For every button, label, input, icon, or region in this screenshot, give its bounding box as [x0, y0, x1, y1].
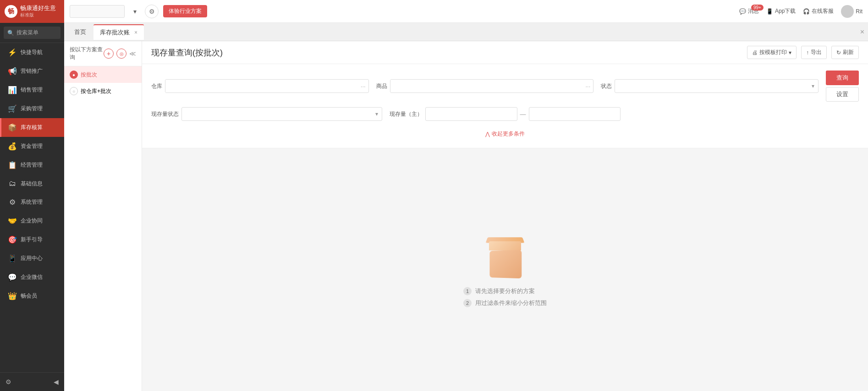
page-header: 现存量查询(按批次) 🖨 按模板打印 ▾ ↑ 导出 ↻ 刷新: [142, 41, 868, 64]
topbar-settings-button[interactable]: ⚙: [145, 5, 159, 18]
sidebar-item-system[interactable]: ⚙ 系统管理: [0, 193, 64, 212]
sidebar-item-purchase[interactable]: 🛒 采购管理: [0, 99, 64, 118]
query-button[interactable]: 查询: [826, 71, 859, 85]
sidebar-item-quick-nav[interactable]: ⚡ 快捷导航: [0, 43, 64, 62]
panel-collapse-button[interactable]: ≪: [129, 50, 136, 57]
wechat-icon: 💬: [8, 273, 17, 282]
sidebar-item-member[interactable]: 👑 畅会员: [0, 287, 64, 305]
tabbar: 首页 库存批次账 × ×: [64, 23, 868, 41]
settings-icon[interactable]: ⚙: [4, 376, 13, 387]
marketing-icon: 📢: [8, 67, 17, 76]
user-avatar: [841, 5, 854, 18]
message-icon: 💬: [739, 8, 746, 15]
app-download-button[interactable]: 📱 App下载: [766, 7, 796, 15]
finance-icon: 💰: [8, 142, 17, 151]
empty-illustration: [482, 232, 528, 278]
hint-text-2: 用过滤条件来缩小分析范围: [475, 299, 547, 307]
scheme-active-icon: ●: [70, 71, 78, 79]
empty-state: 1 请先选择要分析的方案 2 用过滤条件来缩小分析范围: [142, 148, 868, 391]
status-select[interactable]: ▾: [615, 79, 819, 93]
filter-warehouse: 仓库 ···: [151, 79, 369, 93]
refresh-label: 刷新: [843, 49, 854, 56]
sidebar-item-label: 企业微信: [21, 273, 43, 281]
scheme-item-by-batch[interactable]: ● 按批次: [64, 66, 142, 83]
scheme-label-by-batch: 按批次: [81, 71, 97, 79]
topbar-dropdown-button[interactable]: ▾: [129, 6, 140, 17]
stock-status-select[interactable]: ▾: [181, 107, 382, 121]
left-panel-header: 按以下方案查询 + ◎ ≪: [64, 41, 142, 66]
online-service-button[interactable]: 🎧 在线客服: [803, 7, 834, 15]
sidebar-item-label: 资金管理: [21, 142, 43, 150]
sidebar-item-enterprise-wechat[interactable]: 💬 企业微信: [0, 268, 64, 287]
stock-qty-from-input[interactable]: [425, 107, 517, 121]
messages-button[interactable]: 💬 消息 99+: [739, 7, 759, 15]
sidebar-item-operations[interactable]: 📋 经营管理: [0, 156, 64, 174]
topbar: ▾ ⚙ 体验行业方案 💬 消息 99+ 📱 App下载 🎧 在线客服 Rit: [64, 0, 868, 23]
app-title: 畅康通好生意: [20, 5, 56, 12]
user-menu-button[interactable]: Rit: [841, 5, 863, 18]
inventory-icon: 📦: [8, 123, 17, 132]
phone-icon: 📱: [766, 8, 773, 15]
trial-button[interactable]: 体验行业方案: [163, 5, 207, 17]
search-menu-button[interactable]: 🔍 搜索菜单: [4, 27, 60, 39]
scheme-label-by-warehouse-batch: 按仓库+批次: [81, 87, 111, 95]
collapse-sidebar-button[interactable]: ◀: [52, 376, 60, 387]
topbar-search-input[interactable]: [70, 5, 125, 18]
sidebar-item-marketing[interactable]: 📢 营销推广: [0, 62, 64, 81]
sales-icon: 📊: [8, 86, 17, 94]
quick-nav-icon: ⚡: [8, 48, 17, 57]
online-service-label: 在线客服: [812, 7, 834, 15]
tab-inventory-batch[interactable]: 库存批次账 ×: [93, 24, 144, 40]
product-dots-button[interactable]: ···: [583, 83, 593, 90]
stock-qty-to-input[interactable]: [529, 107, 621, 121]
sidebar-item-new-guide[interactable]: 🎯 新手引导: [0, 230, 64, 249]
sidebar-item-label: 采购管理: [21, 105, 43, 113]
sidebar-search-area: 🔍 搜索菜单: [0, 23, 64, 43]
tab-inventory-batch-label: 库存批次账: [100, 28, 130, 37]
hint-number-2: 2: [463, 299, 472, 307]
print-button[interactable]: 🖨 按模板打印 ▾: [747, 46, 797, 59]
add-scheme-button[interactable]: +: [104, 49, 114, 59]
sidebar-item-inventory[interactable]: 📦 库存核算: [0, 118, 64, 137]
app-download-label: App下载: [775, 7, 796, 15]
sidebar: 畅 畅康通好生意 标准版 🔍 搜索菜单 ⚡ 快捷导航 📢 营销推广 📊 销售管理…: [0, 0, 64, 391]
sidebar-nav: ⚡ 快捷导航 📢 营销推广 📊 销售管理 🛒 采购管理 📦 库存核算 💰 资金管…: [0, 43, 64, 372]
refresh-button[interactable]: ↻ 刷新: [831, 46, 859, 59]
hint-item-2: 2 用过滤条件来缩小分析范围: [463, 299, 547, 307]
product-filter-label: 商品: [376, 82, 387, 90]
export-button[interactable]: ↑ 导出: [801, 46, 827, 59]
target-scheme-button[interactable]: ◎: [116, 49, 126, 59]
collapse-arrow-icon: ⋀: [485, 131, 490, 137]
filter-settings-button[interactable]: 设置: [826, 87, 859, 102]
tab-close-button[interactable]: ×: [134, 29, 137, 36]
tab-panel-close-button[interactable]: ×: [860, 28, 864, 36]
scheme-item-by-warehouse-batch[interactable]: ○ 按仓库+批次: [64, 83, 142, 99]
scheme-inactive-icon: ○: [70, 87, 78, 95]
messages-badge: 99+: [751, 5, 764, 11]
status-filter-label: 状态: [601, 82, 612, 90]
sidebar-item-enterprise-collab[interactable]: 🤝 企业协同: [0, 212, 64, 230]
sidebar-item-label: 系统管理: [21, 198, 43, 206]
app-edition: 标准版: [20, 12, 56, 18]
warehouse-input[interactable]: [165, 80, 358, 92]
stock-qty-label: 现存量（主）: [390, 110, 423, 118]
sidebar-item-app-center[interactable]: 📱 应用中心: [0, 249, 64, 268]
sidebar-item-finance[interactable]: 💰 资金管理: [0, 137, 64, 156]
purchase-icon: 🛒: [8, 104, 17, 113]
system-icon: ⚙: [8, 198, 17, 206]
tab-home[interactable]: 首页: [68, 24, 93, 40]
sidebar-item-label: 营销推广: [21, 67, 43, 75]
sidebar-item-sales[interactable]: 📊 销售管理: [0, 81, 64, 99]
product-input[interactable]: [390, 80, 583, 92]
guide-icon: 🎯: [8, 235, 17, 244]
sidebar-item-label: 应用中心: [21, 255, 43, 262]
sidebar-footer: ⚙ ◀: [0, 372, 64, 391]
range-separator: —: [520, 111, 526, 118]
user-name: Rit: [856, 8, 863, 15]
sidebar-item-basic-info[interactable]: 🗂 基础信息: [0, 174, 64, 193]
export-icon: ↑: [806, 49, 809, 56]
box-body: [489, 250, 522, 278]
sidebar-header: 畅 畅康通好生意 标准版: [0, 0, 64, 23]
collapse-more-button[interactable]: ⋀ 收起更多条件: [151, 126, 859, 141]
warehouse-dots-button[interactable]: ···: [358, 83, 368, 90]
